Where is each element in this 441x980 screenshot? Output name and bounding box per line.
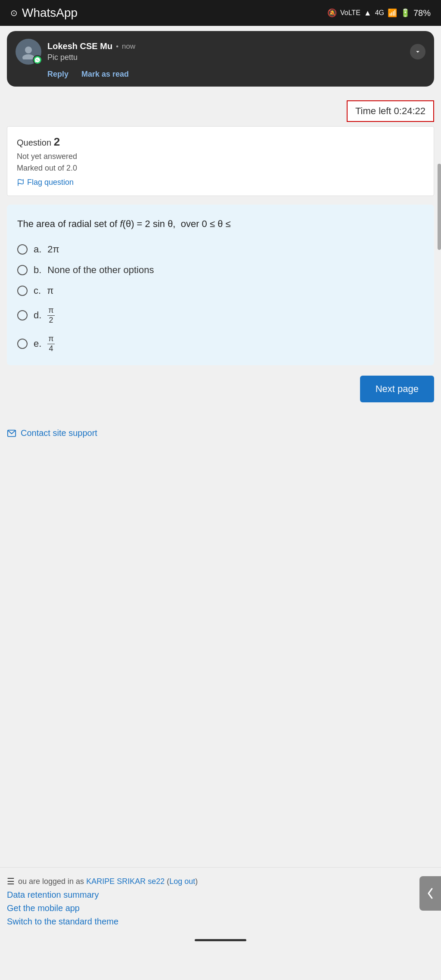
mark-as-read-button[interactable]: Mark as read [81,70,129,79]
question-info-card: Question 2 Not yet answered Marked out o… [7,126,434,196]
notification-banner: Lokesh CSE Mu • now Pic pettu Reply Mark… [7,31,434,87]
reply-button[interactable]: Reply [47,70,68,79]
notification-message: Pic pettu [47,53,404,62]
status-bar-right: 🔕 VoLTE ▲ 4G 📶 🔋 78% [327,8,431,18]
option-e[interactable]: e. π 4 [17,334,424,353]
whatsapp-badge [33,55,42,65]
switch-theme-link[interactable]: Switch to the standard theme [7,917,434,927]
notification-dot: • [116,42,118,51]
mobile-app-link[interactable]: Get the mobile app [7,903,434,913]
battery-icon: 🔋 [401,8,410,18]
logout-link[interactable]: Log out [169,877,195,886]
radio-a[interactable] [17,244,28,255]
signal-bars: 📶 [388,8,397,18]
notification-header: Lokesh CSE Mu • now Pic pettu [16,39,425,65]
option-b[interactable]: b. None of the other options [17,264,424,276]
next-page-container: Next page [7,376,434,402]
radio-d[interactable] [17,310,28,320]
data-retention-link[interactable]: Data retention summary [7,890,434,900]
notification-title-row: Lokesh CSE Mu • now [47,41,404,51]
svg-point-0 [25,47,32,53]
status-bar-left: ⊙ WhatsApp [10,6,78,20]
whatsapp-badge-icon [34,57,40,63]
notification-actions: Reply Mark as read [16,70,425,79]
scrollbar[interactable] [438,164,441,250]
question-content-card: The area of radial set of f(θ) = 2 sin θ… [7,205,434,365]
radio-c[interactable] [17,286,28,296]
battery-level: 78% [413,8,431,18]
question-number: Question 2 [17,135,424,149]
main-content: Time left 0:24:22 Question 2 Not yet ans… [0,92,441,867]
timer-label: Time left 0:24:22 [355,106,425,116]
question-text: The area of radial set of f(θ) = 2 sin θ… [17,217,424,231]
chevron-left-icon [426,887,435,900]
menu-icon: ☰ [7,876,15,887]
fraction-pi-4: π 4 [47,334,54,353]
app-name: WhatsApp [22,6,78,20]
footer-logged-in: ☰ ou are logged in as KARIPE SRIKAR se22… [7,876,434,887]
timer-box: Time left 0:24:22 [347,100,434,122]
next-page-button[interactable]: Next page [360,376,434,402]
options-list: a. 2π b. None of the other options c. π … [17,244,424,353]
email-icon [7,429,16,438]
signal-text: VoLTE [340,9,360,17]
option-d[interactable]: d. π 2 [17,306,424,325]
whatsapp-icon: ⊙ [10,8,18,18]
notification-sender-name: Lokesh CSE Mu [47,41,112,51]
notification-time: now [122,42,135,51]
network-icon: 4G [375,9,384,17]
home-indicator [7,935,434,943]
footer: ☰ ou are logged in as KARIPE SRIKAR se22… [0,867,441,952]
mute-icon: 🔕 [327,8,337,18]
flag-question-button[interactable]: Flag question [17,178,424,187]
question-status: Not yet answered [17,152,424,161]
notification-content: Lokesh CSE Mu • now Pic pettu [47,41,404,62]
option-c[interactable]: c. π [17,285,424,296]
contact-support-label: Contact site support [21,428,97,438]
flag-icon [17,179,25,187]
chevron-down-icon [414,48,422,56]
back-button[interactable] [419,876,441,911]
radio-e[interactable] [17,339,28,349]
fraction-pi-2: π 2 [47,306,54,325]
question-marks: Marked out of 2.0 [17,164,424,173]
option-a[interactable]: a. 2π [17,244,424,255]
flag-question-label: Flag question [27,178,74,187]
radio-b[interactable] [17,265,28,275]
status-bar: ⊙ WhatsApp 🔕 VoLTE ▲ 4G 📶 🔋 78% [0,0,441,26]
notification-avatar [16,39,41,65]
contact-support-link[interactable]: Contact site support [7,428,434,438]
wifi-icon: ▲ [364,9,372,18]
logged-in-text: ou are logged in as KARIPE SRIKAR se22 (… [18,877,198,886]
username-link[interactable]: KARIPE SRIKAR se22 [86,877,165,886]
notification-collapse-button[interactable] [410,44,425,59]
